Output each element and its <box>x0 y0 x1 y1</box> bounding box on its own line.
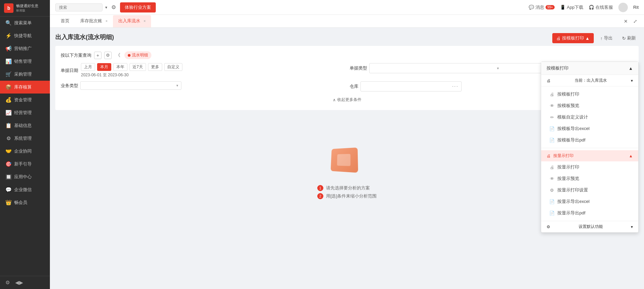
empty-hint-1: 1 请先选择要分析的方案 <box>317 185 370 191</box>
business-type-label: 业务类型 <box>61 83 78 89</box>
trial-button[interactable]: 体验行业方案 <box>120 2 156 12</box>
filter-tag-dot <box>128 54 130 57</box>
dropdown-display-print-settings[interactable]: ⚙ 按显示打印设置 <box>541 184 638 196</box>
dropdown-display-pdf[interactable]: 📄 按显示导出pdf <box>541 207 638 219</box>
date-last7[interactable]: 近7天 <box>129 63 146 71</box>
sidebar-logo: b 畅捷通好生意 标准版 <box>0 0 50 17</box>
sidebar-item-quick-nav[interactable]: ⚡快捷导航 <box>0 29 50 42</box>
template-custom-label: 模板自定义设计 <box>557 114 588 120</box>
sidebar-item-guide[interactable]: 🎯新手引导 <box>0 158 50 170</box>
filter-tag-label: 流水明细 <box>132 52 148 58</box>
wechat-icon: 💬 <box>5 187 11 193</box>
date-custom[interactable]: 自定义 <box>164 63 182 71</box>
print-label: 按模板打印 <box>562 35 584 41</box>
sidebar-item-label: 销售管理 <box>14 58 32 64</box>
purchase-icon: 🛒 <box>5 71 11 77</box>
default-function-section[interactable]: ⚙ 设置默认功能 ▾ <box>541 221 638 232</box>
collapse-icon[interactable]: ◀▶ <box>15 280 23 286</box>
refresh-button[interactable]: ↻ 刷新 <box>619 34 639 43</box>
sidebar-item-marketing[interactable]: 📢营销推广 <box>0 42 50 55</box>
tab-flow-close[interactable]: × <box>144 19 146 23</box>
template-preview-icon: 👁 <box>549 103 555 108</box>
message-icon: 💬 <box>529 5 534 10</box>
phone-icon: 📱 <box>560 5 565 10</box>
sidebar-item-purchase[interactable]: 🛒采购管理 <box>0 68 50 81</box>
sidebar-item-enterprise[interactable]: 🤝企业协同 <box>0 145 50 158</box>
filter-add-button[interactable]: + <box>94 52 101 59</box>
display-pdf-label: 按显示导出pdf <box>557 210 585 216</box>
template-pdf-label: 按模板导出pdf <box>557 137 585 143</box>
quick-nav-icon: ⚡ <box>5 33 11 39</box>
inventory-icon: 📦 <box>5 84 11 90</box>
business-type-select[interactable]: ▾ <box>80 81 181 90</box>
hint-label-1: 请先选择要分析的方案 <box>326 185 370 191</box>
sidebar-item-operation[interactable]: 📈经营管理 <box>0 106 50 119</box>
sidebar-item-label: 畅会员 <box>14 200 27 206</box>
message-button[interactable]: 💬 消息 99+ <box>529 4 555 10</box>
settings-icon[interactable]: ⚙ <box>5 280 10 286</box>
sidebar-item-label: 企业微信 <box>14 187 32 193</box>
tab-flow[interactable]: 出入库流水 × <box>113 15 151 27</box>
tab-batch[interactable]: 库存批次账 × <box>75 15 113 27</box>
empty-icon-shape <box>331 148 358 173</box>
sidebar-item-search-menu[interactable]: 🔍搜索菜单 <box>0 17 50 29</box>
sidebar-item-system[interactable]: ⚙系统管理 <box>0 132 50 145</box>
main-area: ▾ ⚙ 体验行业方案 💬 消息 99+ 📱 App下载 🎧 在线客服 Rit 首… <box>50 0 644 289</box>
sidebar-item-base-info[interactable]: 📋基础信息 <box>0 119 50 132</box>
window-maximize-btn[interactable]: ⤢ <box>632 18 639 25</box>
topbar-dropdown-arrow[interactable]: ▾ <box>105 5 107 10</box>
logo-icon: b <box>4 3 13 13</box>
topbar-gear-icon[interactable]: ⚙ <box>111 4 116 10</box>
dropdown-panel: 按模板打印 ▲ 🖨 当前：出入库流水 ▾ 🖨 按模板打印 👁 按模板预览 <box>541 61 639 233</box>
date-last-month[interactable]: 上月 <box>81 63 95 71</box>
dropdown-template-excel[interactable]: 📄 按模板导出excel <box>541 123 638 134</box>
print-icon: 🖨 <box>556 36 561 41</box>
tab-home[interactable]: 首页 <box>55 15 75 27</box>
sidebar-item-wechat[interactable]: 💬企业微信 <box>0 183 50 196</box>
display-print-section-header[interactable]: 🖨 按显示打印 ▲ <box>541 150 638 161</box>
filter-active-tag[interactable]: 流水明细 <box>124 51 151 59</box>
sidebar-nav: 🔍搜索菜单⚡快捷导航📢营销推广📊销售管理🛒采购管理📦库存核算💰资金管理📈经营管理… <box>0 17 50 276</box>
hint-num-2: 2 <box>317 193 323 199</box>
date-current-month[interactable]: 本月 <box>97 63 111 71</box>
filter-settings-button[interactable]: ⚙ <box>104 52 112 59</box>
display-pdf-icon: 📄 <box>549 210 555 216</box>
empty-hint-2: 2 用[选]条件来缩小分析范围 <box>317 193 377 199</box>
default-func-icon: ⚙ <box>547 225 550 229</box>
dropdown-template-preview[interactable]: 👁 按模板预览 <box>541 100 638 111</box>
dropdown-template-custom[interactable]: ✏ 模板自定义设计 <box>541 111 638 123</box>
dropdown-template-print[interactable]: 🖨 按模板打印 <box>541 88 638 100</box>
tab-home-label: 首页 <box>61 18 69 23</box>
date-current-year[interactable]: 本年 <box>113 63 127 71</box>
headset-icon: 🎧 <box>589 5 594 10</box>
sidebar-item-sales[interactable]: 📊销售管理 <box>0 55 50 68</box>
tabbar: 首页 库存批次账 × 出入库流水 × ✕ ⤢ <box>50 15 644 28</box>
print-template-button[interactable]: 🖨 按模板打印 ▲ <box>552 33 594 43</box>
dropdown-template-pdf[interactable]: 📄 按模板导出pdf <box>541 134 638 146</box>
dropdown-display-preview[interactable]: 👁 按显示预览 <box>541 173 638 184</box>
display-print-settings-icon: ⚙ <box>549 187 555 193</box>
doc-type-label: 单据类型 <box>350 65 367 71</box>
export-button[interactable]: ↑ 导出 <box>598 34 616 43</box>
sidebar-item-finance[interactable]: 💰资金管理 <box>0 94 50 106</box>
tab-batch-close[interactable]: × <box>106 19 108 23</box>
sidebar-item-inventory[interactable]: 📦库存核算 <box>0 81 50 94</box>
sidebar-item-app-center[interactable]: 🔲应用中心 <box>0 170 50 183</box>
page-title: 出入库流水(流水明细) <box>55 33 639 41</box>
display-print-label: 按显示打印 <box>557 164 579 170</box>
date-more[interactable]: 更多 <box>148 63 162 71</box>
filter-label: 按以下方案查询 <box>61 52 91 58</box>
app-download-button[interactable]: 📱 App下载 <box>560 4 583 10</box>
dropdown-display-print[interactable]: 🖨 按显示打印 <box>541 161 638 173</box>
warehouse-more: ··· <box>452 83 459 89</box>
hint-label-2: 用[选]条件来缩小分析范围 <box>326 193 377 199</box>
online-service-button[interactable]: 🎧 在线客服 <box>589 4 613 10</box>
avatar[interactable] <box>618 3 628 12</box>
topbar-search-input[interactable] <box>55 3 103 11</box>
sidebar-item-member[interactable]: 👑畅会员 <box>0 196 50 209</box>
filter-collapse-button[interactable]: 《 <box>114 52 122 59</box>
collapse-label: 收起更多条件 <box>337 97 361 103</box>
window-close-btn[interactable]: ✕ <box>622 18 629 25</box>
warehouse-select[interactable]: ··· <box>360 81 462 91</box>
dropdown-display-excel[interactable]: 📄 按显示导出excel <box>541 196 638 207</box>
